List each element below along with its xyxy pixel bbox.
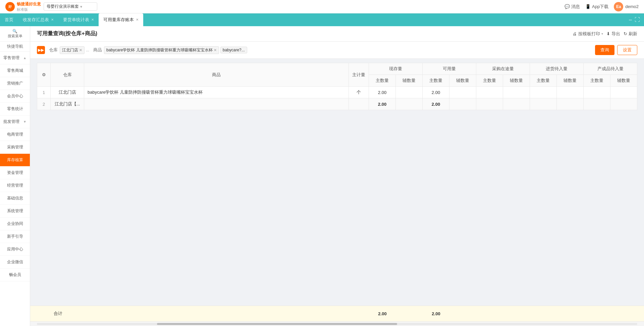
sidebar-search-area: 🔍 搜索菜单 (0, 26, 30, 42)
th-production-group: 产成品待入量 (584, 63, 637, 75)
row1-warehouse: 江北门店 (51, 87, 84, 98)
sidebar-item-app-center[interactable]: 应用中心 (0, 243, 30, 256)
sidebar-item-retail-stats[interactable]: 零售统计 (0, 103, 30, 115)
sidebar-item-finance[interactable]: 资金管理 (0, 167, 30, 179)
row2-incoming-aux (557, 98, 584, 110)
search-icon: 🔍 (12, 29, 17, 34)
filter-more-warehouse[interactable]: ... (86, 48, 89, 52)
th-stock-main: 主数量 (369, 75, 396, 87)
store-name: 母婴行业演示账套 (47, 4, 79, 9)
row1-production-aux (610, 87, 637, 98)
tab-home[interactable]: 首页 (0, 13, 18, 26)
quick-nav-button[interactable]: 快捷导航 (0, 42, 30, 52)
sidebar-item-newbie-guide[interactable]: 新手引导 (0, 230, 30, 243)
tab-bar: 首页 收发存汇总表 ✕ 要货单统计表 ✕ 可用量库存账本 ✕ – ⛶ (0, 13, 644, 26)
chevron-down-print: ▾ (601, 32, 603, 36)
sidebar-item-system[interactable]: 系统管理 (0, 205, 30, 218)
tab-order-stats[interactable]: 要货单统计表 ✕ (58, 13, 99, 26)
sidebar-item-chang-member[interactable]: 畅会员 (0, 269, 30, 281)
setting-button[interactable]: 设置 (617, 45, 637, 55)
user-area[interactable]: Ea demo2 (614, 2, 639, 11)
store-selector[interactable]: 母婴行业演示账套 ▾ (44, 2, 97, 11)
remove-product-tag[interactable]: ✕ (214, 48, 217, 52)
user-name: demo2 (625, 4, 639, 9)
query-button[interactable]: 查询 (595, 45, 614, 55)
row1-avail-aux (449, 87, 476, 98)
tab-minimize-icon[interactable]: – (629, 17, 632, 23)
print-button[interactable]: 🖨 按模板打印 ▾ (573, 31, 603, 37)
th-production-main: 主数量 (584, 75, 610, 87)
tab-close-order[interactable]: ✕ (91, 18, 94, 21)
summary-label: 合计 (50, 309, 84, 319)
warehouse-tag-jiangbei[interactable]: 江北门店 ✕ (60, 46, 85, 54)
sidebar-item-inventory[interactable]: 库存核算 (0, 154, 30, 167)
row2-purchase-aux (503, 98, 530, 110)
row2-avail-main: 2.00 (423, 98, 449, 110)
row2-stock-main: 2.00 (369, 98, 396, 110)
tab-right-actions: – ⛶ (629, 17, 644, 23)
row2-incoming-main (530, 98, 557, 110)
summary-avail-main: 2.00 (423, 309, 449, 319)
sidebar-item-ecommerce[interactable]: 电商管理 (0, 128, 30, 141)
tab-available-stock[interactable]: 可用量库存账本 ✕ (99, 13, 143, 26)
th-product: 商品 (84, 63, 349, 87)
row1-stock-main: 2.00 (369, 87, 396, 98)
tab-close-receipt[interactable]: ✕ (51, 18, 54, 21)
row2-production-main (584, 98, 610, 110)
scroll-track[interactable] (37, 323, 637, 325)
download-icon: 📱 (585, 4, 591, 9)
sidebar-item-retail-mall[interactable]: 零售商城 (0, 64, 30, 77)
sidebar-item-purchase[interactable]: 采购管理 (0, 141, 30, 154)
sidebar-item-enterprise-wechat[interactable]: 企业微信 (0, 256, 30, 269)
sidebar-item-operations[interactable]: 经营管理 (0, 179, 30, 192)
avatar: Ea (614, 2, 623, 11)
th-incoming-aux: 辅数量 (557, 75, 584, 87)
table-container[interactable]: ⚙ 仓库 商品 主计量 现存量 可用量 采购在途量 进货待入量 产成品待入量 主… (30, 59, 644, 306)
page-title: 可用量查询(按仓库+商品) (37, 30, 97, 37)
refresh-button[interactable]: ↻ 刷新 (624, 31, 637, 37)
top-bar-right: 💬 消息 📱 App下载 Ea demo2 (565, 2, 639, 11)
th-purchase-group: 采购在途量 (476, 63, 530, 75)
export-button[interactable]: ⬇ 导出 (606, 31, 620, 37)
sidebar-item-enterprise-collab[interactable]: 企业协同 (0, 218, 30, 230)
row2-unit (349, 98, 369, 110)
tab-maximize-icon[interactable]: ⛶ (635, 17, 640, 23)
filter-bar: ▶▶ 仓库 江北门店 ✕ ... 商品 babycare学饮杯 儿童防摔防撞吸管… (30, 42, 644, 59)
filter-actions: 查询 设置 (595, 45, 637, 55)
message-button[interactable]: 💬 消息 (565, 4, 580, 10)
th-avail-aux: 辅数量 (449, 75, 476, 87)
message-icon: 💬 (565, 4, 570, 9)
row1-avail-main: 2.00 (423, 87, 449, 98)
th-settings: ⚙ (37, 63, 51, 87)
sidebar-item-member-center[interactable]: 会员中心 (0, 90, 30, 103)
sidebar: 🔍 搜索菜单 快捷导航 零售管理 ▲ 零售商城 营销推广 会员中心 零售统计 批… (0, 26, 30, 326)
th-incoming-group: 进货待入量 (530, 63, 584, 75)
page-actions: 🖨 按模板打印 ▾ ⬇ 导出 ↻ 刷新 (573, 31, 637, 37)
row1-purchase-main (476, 87, 503, 98)
row1-unit: 个 (349, 87, 369, 98)
scroll-bar-area[interactable] (30, 321, 644, 326)
download-button[interactable]: 📱 App下载 (585, 4, 608, 10)
product-tag-babycare2[interactable]: babycare?... (220, 47, 247, 53)
row2-warehouse: 江北门店【... (51, 98, 84, 110)
row1-incoming-main (530, 87, 557, 98)
sidebar-item-basic-info[interactable]: 基础信息 (0, 192, 30, 205)
row1-purchase-aux (503, 87, 530, 98)
sidebar-item-marketing[interactable]: 营销推广 (0, 77, 30, 90)
filter-expand-button[interactable]: ▶▶ (37, 46, 45, 54)
table-row: 1 江北门店 babycare学饮杯 儿童防摔防撞吸管杯重力球吸嘴杯宝宝水杯 个… (37, 87, 637, 98)
data-table: ⚙ 仓库 商品 主计量 现存量 可用量 采购在途量 进货待入量 产成品待入量 主… (37, 63, 637, 110)
tab-receipt-summary[interactable]: 收发存汇总表 ✕ (18, 13, 58, 26)
sidebar-item-retail-management[interactable]: 零售管理 ▲ (0, 52, 30, 64)
scroll-thumb[interactable] (157, 323, 397, 325)
product-tag-babycare[interactable]: babycare学饮杯 儿童防摔防撞吸管杯重力球吸嘴杯宝宝水杯 ✕ (104, 46, 219, 54)
tab-close-available[interactable]: ✕ (136, 18, 139, 21)
product-filter-group: 商品 babycare学饮杯 儿童防摔防撞吸管杯重力球吸嘴杯宝宝水杯 ✕ bab… (93, 46, 247, 54)
top-bar: 好 畅捷通好生意 标准版 母婴行业演示账套 ▾ 💬 消息 📱 App下载 Ea … (0, 0, 644, 13)
search-menu-button[interactable]: 🔍 搜索菜单 (2, 29, 28, 39)
product-filter-label: 商品 (93, 47, 102, 53)
export-icon: ⬇ (606, 31, 610, 36)
content-area: 可用量查询(按仓库+商品) 🖨 按模板打印 ▾ ⬇ 导出 ↻ 刷新 ▶▶ (30, 26, 644, 326)
remove-warehouse-tag[interactable]: ✕ (79, 48, 82, 52)
sidebar-item-wholesale-management[interactable]: 批发管理 ▼ (0, 115, 30, 128)
